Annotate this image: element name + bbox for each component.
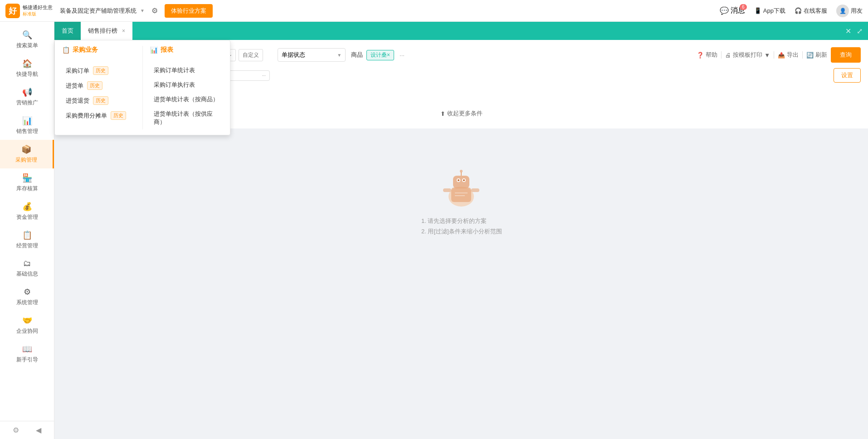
tab-home[interactable]: 首页 <box>54 22 81 40</box>
sidebar-label-sales: 销售管理 <box>16 128 38 135</box>
dropdown-item-incoming-supplier[interactable]: 进货单统计表（按供应商） <box>150 107 223 129</box>
empty-state: 请先选择要分析的方案 用[过滤]条件来缩小分析范围 <box>54 128 868 273</box>
product-label: 商品 <box>351 51 363 59</box>
message-icon: 💬 <box>720 6 729 15</box>
sidebar-label-guide: 新手引导 <box>16 356 38 364</box>
home-tab-label: 首页 <box>62 27 73 35</box>
notification-count: 6 <box>740 4 747 10</box>
sidebar: 🔍 搜索菜单 🏠 快捷导航 📢 营销推广 📊 销售管理 📦 采购管理 🏪 库存核… <box>0 22 54 439</box>
tab-close-all-icon[interactable]: ✕ <box>845 27 851 35</box>
sidebar-item-enterprise[interactable]: 🤝 企业协同 <box>0 311 54 340</box>
sidebar-label-basic: 基础信息 <box>16 270 38 278</box>
sidebar-item-basic[interactable]: 🗂 基础信息 <box>0 254 54 282</box>
sidebar-item-search[interactable]: 🔍 搜索菜单 <box>0 25 54 54</box>
dropdown-item-purchase-order[interactable]: 采购订单 历史 <box>62 63 135 78</box>
product-tag: 设计桑× <box>366 50 394 60</box>
tab-close-icon[interactable]: × <box>122 28 125 34</box>
content-area: 首页 销售排行榜 × ✕ ⤢ ~ <box>54 22 868 439</box>
empty-robot-svg <box>434 165 488 210</box>
svg-rect-2 <box>453 176 469 188</box>
logo-area: 好 畅捷通好生意 标准版 <box>5 4 60 18</box>
history-badge-3: 历史 <box>93 96 108 105</box>
svg-rect-1 <box>451 187 471 202</box>
online-service-label: 在线客服 <box>804 7 827 15</box>
home-icon: 🏠 <box>22 59 32 69</box>
app-download-action[interactable]: 📱 App下载 <box>754 7 785 15</box>
sidebar-item-inventory[interactable]: 🏪 库存核算 <box>0 168 54 197</box>
purchase-dropdown-menu: 📋 采购业务 采购订单 历史 进货单 历史 进货退货 历史 <box>54 40 230 135</box>
divider3 <box>802 51 803 59</box>
quick-custom-btn[interactable]: 自定义 <box>239 49 263 61</box>
history-badge-4: 历史 <box>111 111 126 120</box>
sidebar-item-marketing[interactable]: 📢 营销推广 <box>0 83 54 111</box>
empty-hint-2: 用[过滤]条件来缩小分析范围 <box>428 226 502 237</box>
purchase-order-label: 采购订单 <box>66 67 89 75</box>
svg-rect-9 <box>443 188 451 192</box>
enterprise-icon: 🤝 <box>22 316 32 326</box>
tab-sales-ranking[interactable]: 销售排行榜 × <box>81 22 132 40</box>
dropdown-item-order-exec[interactable]: 采购订单执行表 <box>150 78 223 92</box>
sidebar-item-sales[interactable]: 📊 销售管理 <box>0 111 54 140</box>
app-download-label: App下载 <box>763 7 785 15</box>
refresh-button[interactable]: 🔄 刷新 <box>806 51 827 59</box>
sidebar-label-system: 系统管理 <box>16 299 38 306</box>
operations-icon: 📋 <box>22 230 32 240</box>
industry-solution-button[interactable]: 体验行业方案 <box>165 4 213 18</box>
voucher-status-select[interactable]: 单据状态 ▼ <box>278 48 346 62</box>
sidebar-item-operations[interactable]: 📋 经营管理 <box>0 226 54 254</box>
export-icon: 📤 <box>778 52 785 59</box>
collapse-button[interactable]: ⬆ 收起更多条件 <box>440 109 483 118</box>
print-button[interactable]: 🖨 按模板打印 ▼ <box>725 51 770 59</box>
dropdown-item-incoming[interactable]: 进货单 历史 <box>62 78 135 93</box>
user-action[interactable]: 👤 用友 <box>836 5 863 17</box>
sidebar-item-system[interactable]: ⚙ 系统管理 <box>0 282 54 311</box>
svg-rect-10 <box>471 188 479 192</box>
sidebar-item-quick[interactable]: 🏠 快捷导航 <box>0 54 54 83</box>
system-icon: ⚙ <box>24 287 31 297</box>
inventory-icon: 🏪 <box>22 173 32 183</box>
dropdown-item-order-stat[interactable]: 采购订单统计表 <box>150 63 223 78</box>
collapse-sidebar-icon[interactable]: ◀ <box>36 426 41 434</box>
settings-button[interactable]: 设置 <box>834 68 861 83</box>
export-button[interactable]: 📤 导出 <box>778 51 799 59</box>
tab-maximize-icon[interactable]: ⤢ <box>857 27 863 35</box>
dropdown-arrow-icon[interactable]: ▼ <box>140 8 145 13</box>
report-title-icon: 📊 <box>150 46 158 54</box>
help-icon: ❓ <box>697 52 704 59</box>
sidebar-item-guide[interactable]: 📖 新手引导 <box>0 340 54 368</box>
empty-hint-list: 请先选择要分析的方案 用[过滤]条件来缩小分析范围 <box>420 216 502 237</box>
sales-ranking-tab-label: 销售排行榜 <box>88 27 117 35</box>
help-button[interactable]: ❓ 帮助 <box>697 51 717 59</box>
report-col-title: 📊 报表 <box>150 46 223 58</box>
online-service-action[interactable]: 🎧 在线客服 <box>795 7 827 15</box>
product-more-dots[interactable]: ··· <box>400 52 405 59</box>
purchase-icon: 📦 <box>21 144 31 154</box>
settings-bottom-icon[interactable]: ⚙ <box>13 426 19 434</box>
query-button[interactable]: 查询 <box>831 47 861 63</box>
return-label: 进货退货 <box>66 97 89 105</box>
header-right: 💬 消息 6 📱 App下载 🎧 在线客服 👤 用友 <box>720 5 863 17</box>
sidebar-item-finance[interactable]: 💰 资金管理 <box>0 197 54 226</box>
report-column: 📊 报表 采购订单统计表 采购订单执行表 进货单统计表（按商品） 进货单统计表（… <box>143 46 230 129</box>
dropdown-item-expense[interactable]: 采购费用分摊单 历史 <box>62 108 135 123</box>
dropdown-item-incoming-product[interactable]: 进货单统计表（按商品） <box>150 92 223 107</box>
logo-icon: 好 <box>5 4 20 18</box>
voucher-status-arrow-icon: ▼ <box>337 53 341 58</box>
dropdown-item-return[interactable]: 进货退货 历史 <box>62 93 135 108</box>
purchase-title-label: 采购业务 <box>73 46 98 54</box>
purchase-title-icon: 📋 <box>62 46 70 54</box>
logo-text-block: 畅捷通好生意 标准版 <box>23 4 53 17</box>
empty-illustration <box>434 165 488 210</box>
settings-gear-button[interactable]: ⚙ <box>148 5 161 17</box>
sidebar-item-purchase[interactable]: 📦 采购管理 <box>0 140 54 168</box>
refresh-icon: 🔄 <box>806 52 814 59</box>
notification-area[interactable]: 💬 消息 6 <box>720 6 745 15</box>
order-stat-label: 采购订单统计表 <box>154 66 195 74</box>
sidebar-label-marketing: 营销推广 <box>16 99 38 107</box>
expense-label: 采购费用分摊单 <box>66 112 107 120</box>
sidebar-label-enterprise: 企业协同 <box>16 327 38 335</box>
divider1 <box>721 51 722 59</box>
sidebar-label-quick: 快捷导航 <box>16 70 38 78</box>
dropdown-columns: 📋 采购业务 采购订单 历史 进货单 历史 进货退货 历史 <box>55 46 230 129</box>
print-icon: 🖨 <box>725 52 731 59</box>
